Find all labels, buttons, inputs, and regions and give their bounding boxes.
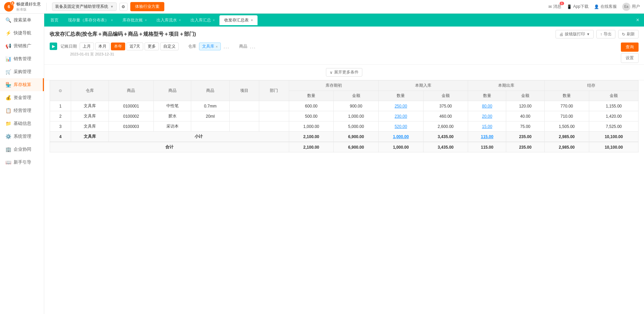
tab-inout-summary[interactable]: 出入库汇总 ×	[186, 15, 220, 25]
tab-batch[interactable]: 库存批次账 ×	[118, 15, 152, 25]
tab-batch-close[interactable]: ×	[145, 18, 147, 22]
tab-stock-dist-close[interactable]: ×	[111, 18, 113, 22]
expand-label: 展开更多条件	[334, 69, 359, 75]
cell-out-qty-1[interactable]: 20.00	[468, 111, 506, 121]
table-gear-th[interactable]: ⚙	[50, 81, 71, 101]
cell-in-qty-1[interactable]: 230.00	[378, 111, 423, 121]
sidebar-item-system[interactable]: ⚙️系统管理	[0, 130, 44, 143]
subtotal-label: 小计	[109, 132, 289, 142]
total-opening-amt: 6,900.00	[334, 142, 379, 152]
cell-spec-2	[191, 121, 229, 132]
basic_info-icon: 📁	[5, 121, 11, 126]
total-opening-qty: 2,100.00	[289, 142, 334, 152]
sidebar-item-marketing[interactable]: 📢营销推广	[0, 39, 44, 52]
cell-project-2	[229, 121, 259, 132]
system-selector[interactable]: 装备及固定资产辅助管理系统 ▼	[52, 2, 117, 11]
export-label: 导出	[604, 31, 612, 37]
cell-spec-1: 20ml	[191, 111, 229, 121]
sidebar-item-quick_nav[interactable]: ⚡快捷导航	[0, 27, 44, 39]
th-in: 本期入库	[378, 81, 468, 91]
subtotal-out-qty[interactable]: 115.00	[468, 132, 506, 142]
warehouse-more[interactable]: ...	[224, 44, 230, 49]
inventory-icon: 🏪	[5, 82, 11, 87]
cell-project-0	[229, 101, 259, 111]
th-balance-amt: 金额	[589, 91, 639, 101]
sidebar-item-search[interactable]: 🔍搜索菜单	[0, 14, 44, 27]
refresh-icon: ↻	[622, 32, 625, 37]
cell-in-qty-0[interactable]: 250.00	[378, 101, 423, 111]
cell-warehouse-1: 文具库	[71, 111, 109, 121]
sidebar-label-inventory: 库存核算	[14, 82, 31, 88]
sidebar-item-purchase[interactable]: 🛒采购管理	[0, 65, 44, 78]
sidebar-item-assets[interactable]: 💰资金管理	[0, 91, 44, 104]
subtotal-balance-amt: 10,100.00	[589, 132, 639, 142]
sidebar-label-enterprise: 企业协同	[14, 146, 31, 152]
cell-code-1: 0100002	[109, 111, 154, 121]
th-opening-amt: 金额	[334, 91, 379, 101]
print-arrow: ▼	[587, 32, 590, 36]
sidebar-label-marketing: 营销推广	[14, 43, 31, 49]
sidebar-label-purchase: 采购管理	[14, 69, 31, 75]
experience-button[interactable]: 体验行业方案	[130, 2, 164, 11]
date-btn-last-month[interactable]: 上月	[80, 43, 94, 50]
online-service-btn[interactable]: 👤 在线客服	[594, 4, 617, 10]
date-btn-more[interactable]: 更多	[145, 43, 159, 50]
sidebar-label-newbie: 新手引导	[14, 159, 31, 165]
quick_nav-icon: ⚡	[5, 30, 11, 36]
tab-stock-dist[interactable]: 现存量（库存分布表） ×	[63, 15, 118, 25]
tab-inout-flow-close[interactable]: ×	[179, 18, 181, 22]
tab-recv-send[interactable]: 收发存汇总表 ×	[219, 15, 258, 25]
cell-out-amt-0: 120.00	[506, 101, 544, 111]
cell-dept-0	[259, 101, 289, 111]
th-in-amt: 金额	[423, 91, 468, 101]
th-out-qty: 数量	[468, 91, 506, 101]
settings-button[interactable]: 设置	[621, 53, 639, 63]
print-button[interactable]: 🖨 拔镜版打印 ▼	[556, 30, 594, 38]
cell-dept-1	[259, 111, 289, 121]
app-logo: 6 6	[4, 2, 14, 12]
date-btn-custom[interactable]: 自定义	[160, 43, 179, 50]
warehouse-tag-close[interactable]: ×	[216, 45, 218, 49]
total-balance-qty: 2,985.00	[544, 142, 589, 152]
sidebar-item-enterprise[interactable]: 🏢企业协同	[0, 143, 44, 156]
tab-home[interactable]: 首页	[46, 15, 63, 25]
refresh-button[interactable]: ↻ 刷新	[618, 30, 639, 38]
th-spec: 商品	[191, 81, 229, 101]
sidebar-item-newbie[interactable]: 📖新手引导	[0, 156, 44, 169]
close-all-tabs[interactable]: ×	[633, 17, 643, 23]
cell-balance-qty-0: 770.00	[544, 101, 589, 111]
tab-recv-send-close[interactable]: ×	[251, 18, 253, 22]
cell-out-qty-2[interactable]: 15.00	[468, 121, 506, 132]
subtotal-in-qty[interactable]: 1,000.00	[378, 132, 423, 142]
sidebar-item-sales[interactable]: 📊销售管理	[0, 52, 44, 65]
purchase-icon: 🛒	[5, 69, 11, 75]
query-button[interactable]: 查询	[621, 43, 639, 52]
cell-out-qty-0[interactable]: 80.00	[468, 101, 506, 111]
user-avatar: Ea	[622, 3, 630, 11]
sidebar-item-operations[interactable]: 📋经营管理	[0, 104, 44, 117]
date-options: 上月 本月 本年 近7天 更多 自定义	[80, 43, 179, 50]
export-button[interactable]: ↑ 导出	[596, 30, 615, 38]
system-selector-arrow: ▼	[110, 5, 114, 9]
filter-toggle[interactable]: ▶	[50, 43, 57, 50]
sidebar-item-basic_info[interactable]: 📁基础信息	[0, 117, 44, 130]
settings-btn[interactable]: ⚙	[119, 3, 128, 11]
date-btn-this-month[interactable]: 本月	[95, 43, 110, 50]
sidebar-label-search: 搜索菜单	[14, 17, 31, 23]
message-btn[interactable]: ✉ 消息 6	[548, 4, 561, 10]
date-btn-7days[interactable]: 近7天	[127, 43, 143, 50]
system-icon: ⚙️	[5, 134, 11, 139]
gear-icon: ⚙	[121, 4, 125, 9]
app-download-btn[interactable]: 📱 App下载	[567, 4, 589, 10]
expand-conditions-btn[interactable]: ∨ 展开更多条件	[326, 68, 362, 77]
cell-opening-qty-1: 500.00	[289, 111, 334, 121]
sidebar-item-inventory[interactable]: 🏪库存核算	[0, 78, 44, 91]
system-name: 装备及固定资产辅助管理系统	[55, 4, 108, 10]
date-btn-this-year[interactable]: 本年	[111, 43, 125, 50]
user-btn[interactable]: Ea 用户	[622, 3, 640, 11]
cell-in-qty-2[interactable]: 520.00	[378, 121, 423, 132]
data-table: ⚙ 仓库 商品 商品 商品 项目 部门 库存期初 本期入库 本期出库 结存	[50, 80, 639, 152]
tab-inout-summary-close[interactable]: ×	[213, 18, 215, 22]
tab-inout-flow[interactable]: 出入库流水 ×	[152, 15, 186, 25]
product-more[interactable]: ...	[250, 44, 256, 49]
